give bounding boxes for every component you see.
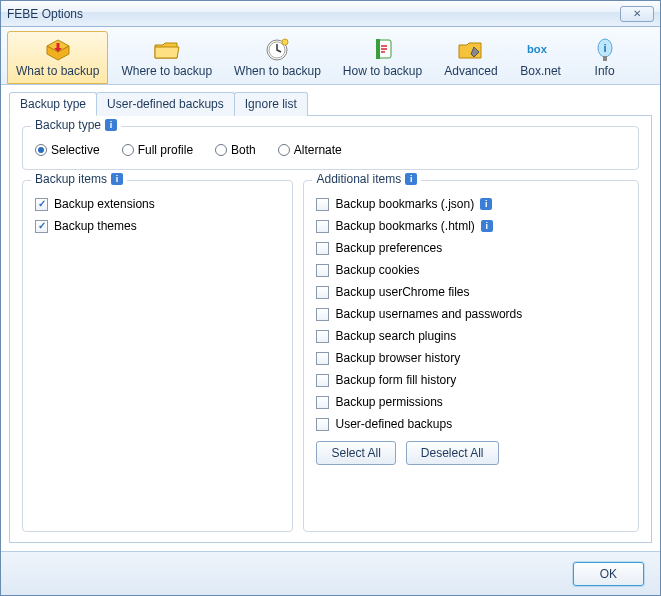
checkbox-icon xyxy=(316,308,329,321)
radio-label: Full profile xyxy=(138,143,193,157)
select-all-button[interactable]: Select All xyxy=(316,441,395,465)
checkbox-icon xyxy=(316,352,329,365)
close-button[interactable]: ✕ xyxy=(620,6,654,22)
check-bookmarks-html[interactable]: Backup bookmarks (.html) i xyxy=(316,219,626,233)
checkbox-icon xyxy=(316,264,329,277)
info-icon[interactable]: i xyxy=(105,119,117,131)
deselect-all-button[interactable]: Deselect All xyxy=(406,441,499,465)
content-area: Backup typeUser-defined backupsIgnore li… xyxy=(1,85,660,551)
checkbox-icon xyxy=(316,396,329,409)
svg-rect-7 xyxy=(603,56,607,61)
check-search-plugins[interactable]: Backup search plugins xyxy=(316,329,626,343)
ok-button[interactable]: OK xyxy=(573,562,644,586)
backup-type-group: Backup type i SelectiveFull profileBothA… xyxy=(22,126,639,170)
check-label: Backup browser history xyxy=(335,351,460,365)
radio-icon xyxy=(35,144,47,156)
radio-label: Both xyxy=(231,143,256,157)
svg-text:box: box xyxy=(527,42,548,54)
check-label: Backup userChrome files xyxy=(335,285,469,299)
checkbox-icon xyxy=(316,330,329,343)
info-icon[interactable]: i xyxy=(481,220,493,232)
toolbar-what-to-backup[interactable]: What to backup xyxy=(7,31,108,84)
toolbar-where-to-backup[interactable]: Where to backup xyxy=(112,31,221,84)
check-browser-history[interactable]: Backup browser history xyxy=(316,351,626,365)
radio-both[interactable]: Both xyxy=(215,143,256,157)
checkbox-icon xyxy=(316,374,329,387)
radio-label: Selective xyxy=(51,143,100,157)
where-to-backup-icon xyxy=(153,38,181,62)
check-label: Backup cookies xyxy=(335,263,419,277)
select-button-row: Select All Deselect All xyxy=(316,441,626,465)
check-extensions[interactable]: Backup extensions xyxy=(35,197,280,211)
check-form-fill[interactable]: Backup form fill history xyxy=(316,373,626,387)
check-label: Backup search plugins xyxy=(335,329,456,343)
check-label: Backup usernames and passwords xyxy=(335,307,522,321)
checkbox-icon xyxy=(316,198,329,211)
radio-icon xyxy=(215,144,227,156)
additional-items-list: Backup bookmarks (.json) iBackup bookmar… xyxy=(316,197,626,431)
radio-full-profile[interactable]: Full profile xyxy=(122,143,193,157)
box-net-icon: box xyxy=(527,38,555,62)
footer: OK xyxy=(1,551,660,595)
radio-selective[interactable]: Selective xyxy=(35,143,100,157)
backup-items-legend: Backup items i xyxy=(31,172,127,186)
toolbar-box-net[interactable]: boxBox.net xyxy=(511,31,571,84)
checkbox-icon xyxy=(35,220,48,233)
toolbar-advanced[interactable]: Advanced xyxy=(435,31,506,84)
close-icon: ✕ xyxy=(633,8,641,19)
toolbar-label: Box.net xyxy=(520,64,561,78)
checkbox-icon xyxy=(316,286,329,299)
check-label: Backup preferences xyxy=(335,241,442,255)
check-label: Backup bookmarks (.json) xyxy=(335,197,474,211)
info-icon[interactable]: i xyxy=(405,173,417,185)
toolbar-label: Info xyxy=(595,64,615,78)
window-title: FEBE Options xyxy=(7,7,620,21)
checkbox-icon xyxy=(316,220,329,233)
checkbox-icon xyxy=(316,418,329,431)
info-icon: i xyxy=(591,38,619,62)
additional-items-legend-text: Additional items xyxy=(316,172,401,186)
tab-panel: Backup type i SelectiveFull profileBothA… xyxy=(9,116,652,543)
check-cookies[interactable]: Backup cookies xyxy=(316,263,626,277)
check-permissions[interactable]: Backup permissions xyxy=(316,395,626,409)
radio-alternate[interactable]: Alternate xyxy=(278,143,342,157)
check-user-defined[interactable]: User-defined backups xyxy=(316,417,626,431)
backup-type-legend-text: Backup type xyxy=(35,118,101,132)
tab-backup-type[interactable]: Backup type xyxy=(9,92,97,116)
svg-text:i: i xyxy=(603,42,606,54)
main-toolbar: What to backupWhere to backupWhen to bac… xyxy=(1,27,660,85)
additional-items-group: Additional items i Backup bookmarks (.js… xyxy=(303,180,639,532)
check-label: Backup themes xyxy=(54,219,137,233)
additional-items-legend: Additional items i xyxy=(312,172,421,186)
check-themes[interactable]: Backup themes xyxy=(35,219,280,233)
radio-label: Alternate xyxy=(294,143,342,157)
tab-user-defined-backups[interactable]: User-defined backups xyxy=(96,92,235,116)
info-icon[interactable]: i xyxy=(480,198,492,210)
items-columns: Backup items i Backup extensionsBackup t… xyxy=(22,180,639,532)
check-label: Backup bookmarks (.html) xyxy=(335,219,474,233)
check-usernames[interactable]: Backup usernames and passwords xyxy=(316,307,626,321)
check-label: Backup form fill history xyxy=(335,373,456,387)
check-label: User-defined backups xyxy=(335,417,452,431)
backup-items-legend-text: Backup items xyxy=(35,172,107,186)
checkbox-icon xyxy=(35,198,48,211)
when-to-backup-icon xyxy=(263,38,291,62)
backup-items-group: Backup items i Backup extensionsBackup t… xyxy=(22,180,293,532)
radio-icon xyxy=(122,144,134,156)
svg-rect-4 xyxy=(376,39,380,59)
tab-bar: Backup typeUser-defined backupsIgnore li… xyxy=(9,91,652,116)
backup-items-list: Backup extensionsBackup themes xyxy=(35,197,280,233)
toolbar-label: Where to backup xyxy=(121,64,212,78)
options-window: FEBE Options ✕ What to backupWhere to ba… xyxy=(0,0,661,596)
toolbar-when-to-backup[interactable]: When to backup xyxy=(225,31,330,84)
check-preferences[interactable]: Backup preferences xyxy=(316,241,626,255)
checkbox-icon xyxy=(316,242,329,255)
toolbar-how-to-backup[interactable]: How to backup xyxy=(334,31,431,84)
check-bookmarks-json[interactable]: Backup bookmarks (.json) i xyxy=(316,197,626,211)
toolbar-info[interactable]: iInfo xyxy=(575,31,635,84)
tab-ignore-list[interactable]: Ignore list xyxy=(234,92,308,116)
toolbar-label: When to backup xyxy=(234,64,321,78)
toolbar-label: How to backup xyxy=(343,64,422,78)
check-userchrome[interactable]: Backup userChrome files xyxy=(316,285,626,299)
info-icon[interactable]: i xyxy=(111,173,123,185)
